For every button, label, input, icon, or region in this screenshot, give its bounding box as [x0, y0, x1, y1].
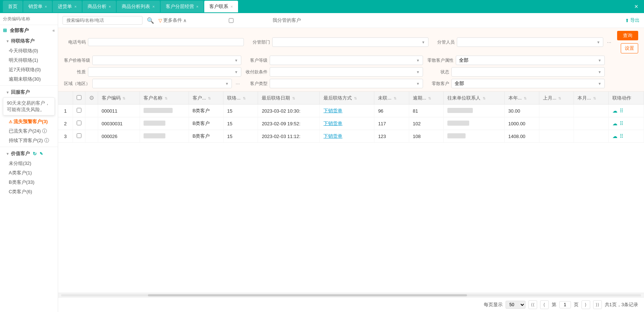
- filter-customer-grade-select[interactable]: ▼: [270, 56, 423, 65]
- horizontal-scrollbar[interactable]: [58, 293, 644, 297]
- tab-product-analysis[interactable]: 商品分析 ×: [82, 1, 116, 12]
- sidebar-item-ungrouped[interactable]: 未分组(32): [0, 159, 58, 168]
- filter-retail-customer-select[interactable]: 全部 ▼: [451, 79, 605, 88]
- contact-action-icon-1[interactable]: ☁: [612, 108, 617, 114]
- sidebar-item-week-pending[interactable]: 近7天待联络(0): [0, 65, 58, 74]
- sort-method-icon[interactable]: ⇅: [354, 96, 357, 100]
- sort-cp-icon[interactable]: ⇅: [483, 96, 486, 100]
- page-number-input[interactable]: [559, 301, 571, 308]
- tab-home[interactable]: 首页: [3, 1, 23, 12]
- tab-purchase[interactable]: 进货单 ×: [53, 1, 81, 12]
- cell-method-1[interactable]: 下销货单: [320, 105, 374, 117]
- sidebar-item-class-c[interactable]: C类客户(6): [0, 187, 58, 196]
- cell-checkbox-3[interactable]: [73, 130, 85, 143]
- filter-status-select[interactable]: ▼: [451, 67, 605, 77]
- sidebar-item-overdue-contact[interactable]: 逾期未联络(30): [0, 74, 58, 84]
- sidebar-item-today-pending[interactable]: 今天待联络(0): [0, 46, 58, 56]
- tab-sales[interactable]: 销货单 ×: [23, 1, 52, 12]
- row-checkbox-3[interactable]: [77, 133, 81, 138]
- filter-customer-type-select[interactable]: ▼: [270, 79, 423, 88]
- sort-name-icon[interactable]: ⇅: [165, 96, 168, 100]
- chevron-down-price-icon: ▼: [234, 58, 238, 62]
- sort-code-icon[interactable]: ⇅: [122, 96, 125, 100]
- tab-product-analysis-close[interactable]: ×: [109, 4, 111, 9]
- tab-customer-contact-close[interactable]: ×: [230, 4, 233, 9]
- sidebar-item-class-a[interactable]: A类客户(1): [0, 168, 58, 178]
- more-conditions-button[interactable]: ▽ 更多条件 ∧: [158, 17, 187, 24]
- contact-action-icon-3[interactable]: ☁: [612, 133, 617, 139]
- prev-page-button[interactable]: ⟨: [540, 300, 549, 309]
- filter-payment-select[interactable]: ▼: [270, 67, 423, 77]
- scroll-thumb[interactable]: [148, 294, 467, 296]
- cell-checkbox-1[interactable]: [73, 105, 85, 117]
- sort-type-icon[interactable]: ⇅: [208, 96, 211, 100]
- refresh-icon[interactable]: ↻: [33, 151, 37, 157]
- sidebar-item-lost-customers[interactable]: 已流失客户(24) ⓘ: [0, 126, 58, 136]
- sidebar-item-declining-customers[interactable]: 持续下滑客户(2) ⓘ: [0, 136, 58, 145]
- next-page-button[interactable]: ⟩: [581, 300, 590, 309]
- search-input[interactable]: [63, 16, 142, 25]
- sort-contact-icon[interactable]: ⇅: [243, 96, 246, 100]
- col-gear[interactable]: ⚙: [85, 92, 98, 105]
- tab-purchase-close[interactable]: ×: [74, 4, 76, 9]
- more-action-icon-1[interactable]: ⠿: [620, 108, 623, 114]
- row-checkbox-1[interactable]: [77, 108, 81, 113]
- sidebar-search-input[interactable]: [3, 16, 57, 21]
- filter-person-select[interactable]: ▼: [457, 37, 604, 47]
- cell-checkbox-2[interactable]: [73, 117, 85, 130]
- sidebar-group-churn[interactable]: ▼ 回服客户: [0, 87, 58, 97]
- tab-sales-close[interactable]: ×: [45, 4, 47, 9]
- sidebar-item-class-b[interactable]: B类客户(33): [0, 178, 58, 187]
- sort-tm-icon[interactable]: ⇅: [593, 96, 596, 100]
- last-page-button[interactable]: ⟩⟩: [593, 300, 602, 309]
- tab-customer-contact[interactable]: 客户联系 ×: [204, 1, 238, 12]
- edit-icon[interactable]: ✎: [40, 151, 43, 156]
- filter-nature-select[interactable]: ▼: [88, 67, 241, 77]
- method-link-1[interactable]: 下销货单: [323, 108, 342, 113]
- more-action-icon-2[interactable]: ⠿: [620, 121, 623, 126]
- sidebar-group-pending-contact[interactable]: ▼ 待联络客户: [0, 36, 58, 46]
- col-checkbox[interactable]: [73, 92, 85, 105]
- export-button[interactable]: ⬆ 导出: [625, 17, 640, 24]
- cell-method-3[interactable]: 下销货单: [320, 130, 374, 143]
- contact-action-icon-2[interactable]: ☁: [612, 121, 617, 126]
- window-close-button[interactable]: ×: [631, 3, 641, 11]
- row-checkbox-2[interactable]: [77, 121, 81, 125]
- search-button[interactable]: 🔍: [147, 17, 154, 24]
- my-customers-checkbox-label[interactable]: 我分管的客户: [191, 17, 301, 24]
- sort-overdue-icon[interactable]: ⇅: [428, 96, 431, 100]
- method-link-2[interactable]: 下销货单: [323, 121, 342, 126]
- cell-method-2[interactable]: 下销货单: [320, 117, 374, 130]
- query-button[interactable]: 查询: [617, 31, 638, 40]
- filter-retail-attr-select[interactable]: 全部 ▼: [456, 56, 605, 65]
- tab-customer-tier[interactable]: 客户分层经营 ×: [161, 1, 204, 12]
- sort-lm-icon[interactable]: ⇅: [558, 96, 561, 100]
- tab-customer-tier-close[interactable]: ×: [196, 4, 198, 9]
- sort-year-icon[interactable]: ⇅: [524, 96, 527, 100]
- sidebar-group-value[interactable]: ▼ 价值客户 ↻ ✎: [0, 149, 58, 159]
- sidebar-item-churn-warning[interactable]: ⚠ 流失预警客户(3): [0, 117, 58, 126]
- sort-date-icon[interactable]: ⇅: [292, 96, 295, 100]
- scroll-track[interactable]: [61, 294, 641, 296]
- my-customers-checkbox[interactable]: [191, 18, 271, 23]
- sidebar-collapse-icon[interactable]: «: [52, 28, 55, 33]
- filter-dept-select[interactable]: ▼: [272, 37, 428, 47]
- settings-button[interactable]: 设置: [621, 43, 638, 53]
- cell-gear-1: [85, 105, 98, 117]
- filter-region-more-button[interactable]: ···: [234, 81, 241, 86]
- sort-no-contact-icon[interactable]: ⇅: [394, 96, 397, 100]
- first-page-button[interactable]: ⟨⟨: [528, 300, 537, 309]
- per-page-select[interactable]: 50 100: [506, 301, 526, 309]
- table-settings-icon[interactable]: ⚙: [89, 95, 94, 101]
- filter-price-grade-select[interactable]: ▼: [92, 56, 241, 65]
- more-action-icon-3[interactable]: ⠿: [620, 133, 623, 139]
- method-link-3[interactable]: 下销货单: [323, 133, 342, 139]
- tab-product-analysis-list-close[interactable]: ×: [152, 4, 154, 9]
- all-customers-header[interactable]: ⊞ 全部客户 «: [0, 25, 58, 36]
- filter-region-select[interactable]: ▼: [92, 79, 232, 88]
- filter-person-more-button[interactable]: ···: [605, 39, 613, 45]
- select-all-checkbox[interactable]: [77, 95, 81, 100]
- sidebar-item-tomorrow-pending[interactable]: 明天待联络(1): [0, 56, 58, 65]
- filter-phone-input[interactable]: [88, 38, 244, 46]
- tab-product-analysis-list[interactable]: 商品分析列表 ×: [117, 1, 160, 12]
